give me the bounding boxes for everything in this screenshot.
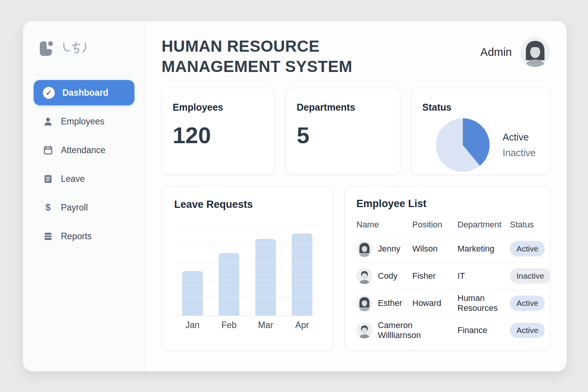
woman-avatar (356, 241, 372, 257)
bar-chart-x-labels: JanFebMarApr (174, 320, 320, 330)
pie-chart (436, 118, 490, 172)
status-badge: Inactive (510, 268, 550, 284)
gridline (174, 262, 320, 263)
status-badge: Active (510, 241, 545, 256)
stats-row: Employees 120 Departments 5 Status Activ… (162, 88, 550, 175)
status-card: Status Active Inactive (411, 88, 550, 175)
sidebar-item-employees[interactable]: Employees (34, 109, 134, 134)
leave-requests-card: Leave Requests JanFebMarApr (162, 186, 333, 351)
bar-mar (255, 239, 276, 315)
gridline (174, 315, 320, 316)
sidebar-item-payroll[interactable]: $ Payroll (34, 195, 134, 220)
employee-first-name: Cody (378, 271, 397, 281)
table-row[interactable]: CodyFisherITInactive (356, 263, 538, 290)
main-content: HUMAN RESOURCE MANAGEMENT SYSTEM Admin (145, 21, 567, 371)
check-circle-icon: ✓ (43, 87, 55, 99)
gridline (174, 280, 320, 280)
employee-list-title: Employee List (356, 198, 538, 210)
employee-position: Wilson (412, 244, 457, 254)
x-tick-label: Feb (211, 320, 248, 330)
page-title-line1: HUMAN RESOURCE (162, 37, 320, 55)
dollar-icon: $ (43, 203, 53, 213)
stat-value: 120 (173, 122, 264, 149)
sidebar-item-leave[interactable]: Leave (34, 166, 134, 191)
employee-department: IT (457, 271, 510, 281)
employee-list-card: Employee List Name Position Department S… (345, 186, 550, 351)
x-tick-label: Mar (247, 320, 284, 330)
logo-wordmark-icon (60, 41, 91, 56)
stat-label: Employees (173, 102, 264, 113)
status-badge: Active (510, 296, 545, 311)
sidebar: ✓ Dashboard Employees (23, 21, 145, 371)
employee-first-name: Cameron Willliarnson (378, 320, 421, 340)
column-header-status: Status (510, 220, 538, 230)
app-window: ✓ Dashboard Employees (23, 21, 567, 371)
main-header: HUMAN RESOURCE MANAGEMENT SYSTEM Admin (162, 36, 550, 77)
employee-position: Howard (412, 298, 457, 308)
table-row[interactable]: JennyWilsonMarketingActive (356, 235, 538, 263)
bar-series (174, 227, 320, 315)
user-menu: Admin (480, 37, 550, 67)
gridline (174, 244, 320, 245)
sidebar-nav: ✓ Dashboard Employees (34, 80, 134, 249)
database-icon (43, 231, 53, 242)
x-tick-label: Apr (284, 320, 321, 330)
sidebar-item-attendance[interactable]: Attendance (34, 137, 134, 163)
sidebar-item-label: Dashboard (62, 88, 108, 98)
bar-cell (211, 227, 248, 315)
leave-requests-title: Leave Requests (174, 199, 320, 211)
bar-jan (182, 271, 203, 315)
column-header-position: Position (412, 220, 457, 230)
woman-avatar (356, 295, 372, 311)
status-card-title: Status (422, 102, 539, 113)
gridline (174, 297, 320, 298)
man-avatar (356, 322, 372, 338)
employee-department: Human Resources (457, 293, 510, 313)
legend-item-active: Active (503, 132, 536, 143)
sidebar-item-reports[interactable]: Reports (34, 224, 134, 249)
table-header: Name Position Department Status (356, 220, 538, 235)
bottom-row: Leave Requests JanFebMarApr Employee Lis… (162, 186, 550, 351)
table-body: JennyWilsonMarketingActive CodyFisherITI… (356, 235, 538, 344)
sidebar-item-label: Payroll (61, 203, 88, 213)
table-row[interactable]: Cameron WillliarnsonFinanceActive (356, 317, 538, 344)
woman-avatar[interactable] (520, 37, 550, 67)
bar-chart (174, 227, 320, 315)
stat-label: Departments (297, 102, 389, 113)
bar-cell (174, 227, 211, 315)
employees-stat-card: Employees 120 (162, 88, 275, 175)
svg-text:$: $ (46, 203, 51, 212)
employee-first-name: Esther (378, 298, 402, 308)
sidebar-item-dashboard[interactable]: ✓ Dashboard (34, 80, 134, 105)
page-title-line2: MANAGEMENT SYSTEM (162, 57, 353, 75)
sidebar-item-label: Attendance (61, 145, 105, 155)
sidebar-item-label: Leave (61, 174, 85, 184)
person-icon (43, 116, 53, 127)
sidebar-item-label: Employees (61, 116, 105, 127)
logo (38, 39, 134, 57)
stat-value: 5 (297, 122, 389, 149)
column-header-name: Name (356, 220, 412, 230)
document-list-icon (43, 174, 53, 184)
status-badge: Active (510, 323, 545, 338)
pie-legend: Active Inactive (503, 132, 536, 158)
bar-apr (292, 234, 312, 315)
x-tick-label: Jan (174, 320, 211, 330)
logo-block-icon (38, 40, 54, 57)
employee-first-name: Jenny (378, 244, 400, 254)
bar-cell (247, 227, 284, 315)
employee-position: Fisher (412, 271, 457, 281)
employee-department: Marketing (457, 244, 510, 254)
departments-stat-card: Departments 5 (286, 88, 400, 175)
column-header-department: Department (457, 220, 510, 230)
gridline (174, 227, 320, 227)
status-pie-chart: Active Inactive (422, 118, 539, 172)
man-avatar (356, 268, 372, 284)
page-title: HUMAN RESOURCE MANAGEMENT SYSTEM (162, 36, 353, 77)
table-row[interactable]: EstherHowardHuman ResourcesActive (356, 290, 538, 317)
legend-item-inactive: Inactive (503, 147, 536, 158)
employee-department: Finance (457, 325, 510, 335)
user-name-label: Admin (480, 46, 512, 59)
sidebar-item-label: Reports (61, 231, 92, 242)
calendar-icon (43, 145, 53, 155)
